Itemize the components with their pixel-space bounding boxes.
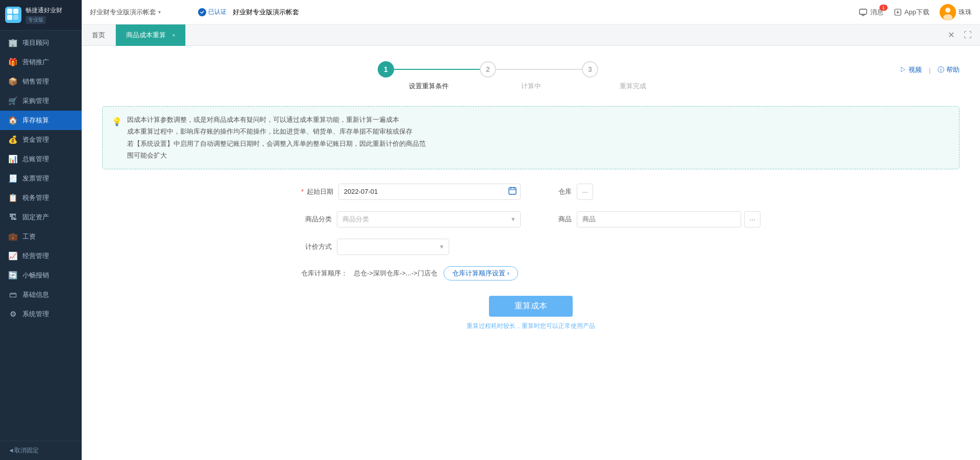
invoice-icon: 🧾: [8, 174, 17, 183]
sidebar-item-purchase[interactable]: 🛒 采购管理: [0, 91, 82, 111]
sidebar-item-marketing[interactable]: 🎁 营销推广: [0, 53, 82, 72]
sidebar-item-label: 小畅报销: [22, 271, 49, 280]
warehouse-ellipsis-button[interactable]: ···: [577, 184, 593, 200]
user-avatar-button[interactable]: 珠珠: [940, 4, 972, 20]
project-icon: 🏢: [8, 38, 17, 47]
app-download-button[interactable]: App下载: [894, 8, 929, 17]
sidebar-item-label: 库存核算: [22, 116, 49, 125]
warehouse-label: 仓库: [541, 187, 572, 196]
svg-rect-9: [509, 188, 516, 194]
account-name: 好业财专业版演示帐套: [90, 8, 156, 17]
sidebar-item-sales[interactable]: 📦 销售管理: [0, 72, 82, 91]
start-date-input[interactable]: [338, 184, 521, 200]
stepper-help-actions: ▷ 视频 | ⓘ 帮助: [900, 65, 960, 74]
product-input[interactable]: [577, 211, 741, 227]
tax-icon: 📋: [8, 193, 17, 202]
tabs-bar-actions: ✕ ⛶: [946, 28, 980, 42]
svg-rect-2: [7, 15, 12, 20]
sidebar-item-expense[interactable]: 🔄 小畅报销: [0, 266, 82, 285]
form-group-pricing: 计价方式 ▾: [301, 239, 521, 255]
sidebar-item-label: 固定资产: [22, 213, 49, 222]
payroll-icon: 💼: [8, 232, 17, 241]
sidebar-unpin-button[interactable]: ◄取消固定: [0, 441, 82, 460]
calendar-icon[interactable]: [508, 187, 517, 196]
expense-icon: 🔄: [8, 271, 17, 280]
sidebar-item-label: 税务管理: [22, 193, 49, 202]
assets-icon: 🏗: [8, 213, 17, 222]
sidebar-item-finance[interactable]: 💰 资金管理: [0, 130, 82, 149]
sidebar-item-label: 项目顾问: [22, 38, 49, 47]
step-1-label: 设置重算条件: [409, 82, 449, 91]
sidebar-item-payroll[interactable]: 💼 工资: [0, 227, 82, 246]
sidebar-item-label: 总账管理: [22, 155, 49, 164]
info-line-4: 围可能会扩大: [127, 149, 426, 161]
info-content: 因成本计算参数调整，或是对商品成本有疑问时，可以通过成本重算功能，重新计算一遍成…: [127, 114, 426, 162]
svg-rect-4: [860, 9, 867, 14]
step-3: 3 重算完成: [582, 61, 684, 91]
tab-cost-recalc[interactable]: 商品成本重算 ×: [116, 24, 186, 46]
category-select[interactable]: 商品分类 ▾: [337, 211, 521, 227]
sidebar-item-assets[interactable]: 🏗 固定资产: [0, 208, 82, 227]
sidebar-item-system[interactable]: ⚙ 系统管理: [0, 304, 82, 324]
category-label: 商品分类: [301, 215, 332, 224]
topbar: 好业财专业版演示帐套 ▾ 已认证 好业财专业版演示帐套 消息 1 App下载: [82, 0, 980, 24]
tab-cost-recalc-label: 商品成本重算: [126, 31, 166, 40]
tab-home-label: 首页: [92, 31, 105, 40]
product-ellipsis-button[interactable]: ···: [744, 211, 761, 227]
sidebar-item-label: 发票管理: [22, 174, 49, 183]
basic-icon: 🗃: [8, 290, 17, 299]
tabs-bar: 首页 商品成本重算 × ✕ ⛶: [82, 24, 980, 46]
sidebar-item-operations[interactable]: 📈 经营管理: [0, 246, 82, 266]
step-1-circle: 1: [378, 61, 394, 78]
verified-badge: 已认证: [198, 8, 227, 16]
message-button[interactable]: 消息 1: [859, 8, 884, 17]
stepper: 1 设置重算条件 2 计算中 3 重算完成 ▷ 视频: [102, 61, 960, 91]
sidebar-item-label: 工资: [22, 232, 36, 241]
sidebar-item-project[interactable]: 🏢 项目顾问: [0, 33, 82, 53]
info-line-1: 因成本计算参数调整，或是对商品成本有疑问时，可以通过成本重算功能，重新计算一遍成…: [127, 114, 426, 125]
sidebar: 畅捷通好业财 专业版 🏢 项目顾问 🎁 营销推广 📦 销售管理 🛒 采购管理 🏠…: [0, 0, 82, 460]
app-logo: [5, 7, 21, 23]
svg-rect-1: [13, 9, 18, 14]
pricing-select[interactable]: ▾: [337, 239, 449, 255]
sidebar-item-accounting[interactable]: 📊 总账管理: [0, 149, 82, 169]
step-3-circle: 3: [582, 61, 598, 78]
sidebar-nav: 🏢 项目顾问 🎁 营销推广 📦 销售管理 🛒 采购管理 🏠 库存核算 💰 资金管…: [0, 31, 82, 441]
close-window-button[interactable]: ✕: [946, 28, 957, 42]
video-link[interactable]: ▷ 视频: [900, 65, 922, 74]
sidebar-item-label: 营销推广: [22, 58, 49, 67]
tab-close-icon[interactable]: ×: [172, 32, 175, 38]
product-label: 商品: [541, 215, 572, 224]
form-row-1: * * 起始日期起始日期 仓库 ···: [301, 184, 761, 200]
tab-home[interactable]: 首页: [82, 24, 116, 46]
help-link[interactable]: ⓘ 帮助: [938, 65, 960, 74]
sidebar-item-basic[interactable]: 🗃 基础信息: [0, 285, 82, 304]
warehouse-sequence-row: 仓库计算顺序： 总仓->深圳仓库->...->门店仓 仓库计算顺序设置 ›: [301, 266, 761, 280]
sidebar-item-label: 销售管理: [22, 77, 49, 86]
inventory-icon: 🏠: [8, 116, 17, 125]
recalc-button[interactable]: 重算成本: [489, 296, 573, 317]
step-1-line: [394, 69, 480, 70]
info-box: 💡 因成本计算参数调整，或是对商品成本有疑问时，可以通过成本重算功能，重新计算一…: [102, 106, 960, 169]
form-row-2: 商品分类 商品分类 ▾ 商品 ···: [301, 211, 761, 227]
app-title: 畅捷通好业财: [26, 6, 62, 15]
finance-icon: 💰: [8, 135, 17, 144]
start-date-input-wrapper: [338, 184, 521, 200]
step-2-label: 计算中: [521, 82, 541, 91]
svg-point-7: [945, 8, 950, 13]
sidebar-item-tax[interactable]: 📋 税务管理: [0, 188, 82, 208]
sidebar-item-inventory[interactable]: 🏠 库存核算: [0, 111, 82, 130]
account-display-name: 好业财专业版演示帐套: [233, 8, 299, 17]
account-selector[interactable]: 好业财专业版演示帐套 ▾: [90, 8, 192, 17]
verified-icon: [198, 8, 206, 16]
info-icon: 💡: [112, 115, 122, 162]
recalc-hint: 重算过程耗时较长，重算时您可以正常使用产品: [301, 322, 761, 330]
marketing-icon: 🎁: [8, 58, 17, 67]
expand-window-button[interactable]: ⛶: [962, 29, 974, 42]
pricing-label: 计价方式: [301, 242, 332, 251]
sidebar-item-invoice[interactable]: 🧾 发票管理: [0, 169, 82, 188]
warehouse-seq-settings-button[interactable]: 仓库计算顺序设置 ›: [444, 266, 518, 280]
step-2-line: [496, 69, 582, 70]
purchase-icon: 🛒: [8, 96, 17, 106]
sidebar-item-label: 资金管理: [22, 135, 49, 144]
